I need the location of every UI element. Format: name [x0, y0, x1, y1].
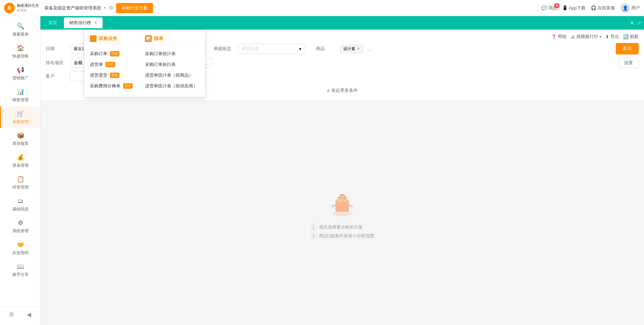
box-icon: 📦: [16, 131, 25, 139]
message-button[interactable]: 💬 消息 9: [541, 5, 557, 11]
online-service-button[interactable]: 🎧 在线客服: [591, 5, 615, 11]
settings-icon[interactable]: ⚙: [109, 5, 113, 11]
top-right: 💬 消息 9 📱 App下载 🎧 在线客服 👤 用户: [541, 3, 640, 13]
sidebar-label-guide: 新手引导: [12, 272, 29, 278]
sidebar-item-nav[interactable]: 🏠 快捷导航: [0, 41, 40, 63]
date-filter-label: 日期: [46, 46, 66, 52]
svg-point-5: [343, 196, 344, 197]
sidebar-item-purchase[interactable]: 🛒 采购管理: [0, 106, 40, 128]
logo-icon: 6: [4, 3, 15, 13]
purchase-order-label: 采购订单: [90, 51, 107, 57]
sidebar-item-system[interactable]: ⚙ 系统管理: [0, 215, 40, 237]
sidebar-item-cooperation[interactable]: 🤝 企业协同: [0, 237, 40, 259]
help-button[interactable]: ❓ 帮助: [551, 34, 567, 40]
gear-icon: ⚙: [16, 219, 25, 227]
sidebar-item-guide[interactable]: 📖 新手引导: [0, 259, 40, 281]
tab-home[interactable]: 首页: [43, 17, 63, 28]
sidebar-label-nav: 快捷导航: [12, 53, 29, 59]
menu-section-report-title: 📊 报表: [145, 35, 198, 44]
tab-sales-rank-label: 销售排行榜: [69, 20, 91, 26]
tip2-text: 用[过滤]条件来缩小分析范围: [319, 233, 374, 239]
export-button[interactable]: ⬆ 导出: [605, 34, 619, 40]
menu-item-incoming-stat-goods[interactable]: 进货单统计表（按商品）: [145, 70, 198, 81]
incoming-stat-goods-label: 进货单统计表（按商品）: [145, 72, 193, 78]
system-title-area: 装备及固定资产辅助管理系统 ▾ ⚙ 体验行业方案: [44, 3, 541, 13]
book-icon: 📖: [16, 262, 25, 271]
menu-item-expense[interactable]: 采购费用分摊单 历史: [90, 81, 137, 91]
user-button[interactable]: 👤 用户: [620, 3, 640, 13]
tab-sales-rank[interactable]: 销售排行榜 ✕: [64, 17, 103, 28]
system-title: 装备及固定资产辅助管理系统: [44, 5, 101, 11]
export-label: 导出: [610, 34, 619, 40]
tab-close-all-button[interactable]: ✕: [630, 20, 634, 26]
sidebar-bottom: ⚙ ◀: [0, 307, 40, 322]
sidebar-label-operations: 经营管理: [12, 185, 29, 190]
app-download-label: App下载: [569, 5, 585, 11]
tab-close-icon[interactable]: ✕: [94, 21, 97, 25]
clipboard-icon: 📋: [16, 175, 25, 183]
menu-section-report: 📊 报表 采购订单统计表 采购订单执行表 进货单统计表（按商品） 进货单统计表（…: [145, 35, 198, 91]
sidebar-settings-icon[interactable]: ⚙: [9, 311, 14, 318]
return-label: 进货退货: [90, 72, 107, 78]
expense-history-badge: 历史: [123, 83, 133, 89]
app-download-button[interactable]: 📱 App下载: [562, 5, 585, 11]
sidebar-label-sales: 销售管理: [12, 97, 29, 103]
dropdown-menu: 🛒 采购业务 采购订单 历史 进货单 历史 进货退货 历史: [84, 30, 205, 97]
sidebar-label-inventory: 库存核算: [12, 141, 29, 147]
sidebar-item-marketing[interactable]: 📢 营销推广: [0, 63, 40, 84]
rank-label: 排名项目: [46, 60, 66, 66]
logo-text: 畅捷通好生意 标准版: [17, 3, 39, 12]
goods-more-dots[interactable]: ...: [367, 46, 371, 51]
export-icon: ⬆: [605, 34, 609, 39]
sidebar-label-search: 搜索菜单: [12, 32, 29, 37]
avatar: 👤: [620, 3, 630, 13]
svg-line-8: [349, 205, 352, 207]
sidebar-item-operations[interactable]: 📋 经营管理: [0, 172, 40, 194]
expense-label: 采购费用分摊单: [90, 83, 120, 89]
svg-line-7: [332, 205, 335, 207]
menu-item-purchase-order[interactable]: 采购订单 历史: [90, 48, 137, 59]
sidebar-item-sales[interactable]: 📊 销售管理: [0, 84, 40, 106]
svg-rect-1: [335, 200, 349, 212]
report-section-label: 报表: [154, 36, 163, 42]
menu-item-return[interactable]: 进货退货 历史: [90, 70, 137, 81]
content-area: 首页 销售排行榜 ✕ ✕ ⤢ ❓ 帮助: [40, 16, 644, 325]
sidebar-collapse-icon[interactable]: ◀: [27, 311, 31, 318]
menu-item-incoming-stat-supplier[interactable]: 进货单统计表（按供应商）: [145, 81, 198, 91]
query-button[interactable]: 查询: [616, 43, 639, 54]
sidebar-label-system: 系统管理: [12, 228, 29, 234]
print-button[interactable]: 🖨 按模板打印 ▾: [571, 34, 601, 40]
menu-item-purchase-order-exec[interactable]: 采购订单执行表: [145, 59, 198, 70]
tab-expand-button[interactable]: ⤢: [637, 20, 641, 26]
sidebar-label-basic: 基础信息: [12, 206, 29, 212]
cart-icon: 🛒: [16, 110, 25, 118]
settings-button[interactable]: 设置: [618, 58, 639, 68]
incoming-stat-supplier-label: 进货单统计表（按供应商）: [145, 83, 198, 89]
goods-tag-close-icon[interactable]: ✕: [357, 46, 360, 51]
refresh-button[interactable]: 🔄 刷新: [623, 34, 639, 40]
trial-button[interactable]: 体验行业方案: [116, 3, 153, 13]
rank-value: 金额: [74, 60, 82, 66]
sidebar-item-inventory[interactable]: 📦 库存核算: [0, 128, 40, 150]
sidebar-item-search[interactable]: 🔍 搜索菜单: [0, 19, 40, 41]
doc-status-label: 单据状态: [214, 46, 234, 52]
purchase-section-label: 采购业务: [99, 36, 117, 42]
menu-item-incoming[interactable]: 进货单 历史: [90, 59, 137, 70]
help-icon: ❓: [551, 34, 557, 39]
goods-tag: 设计素 ✕: [340, 45, 363, 53]
salesperson-dots: ...: [205, 60, 209, 66]
dropdown-arrow-icon[interactable]: ▾: [104, 6, 106, 10]
sidebar-item-finance[interactable]: 💰 资金管理: [0, 150, 40, 172]
logo-area: 6 畅捷通好生意 标准版: [4, 3, 44, 13]
purchase-order-history-badge: 历史: [110, 51, 119, 56]
doc-status-select[interactable]: 单据状态 ▾: [238, 44, 305, 54]
doc-status-arrow-icon: ▾: [299, 46, 301, 51]
refresh-icon: 🔄: [623, 34, 629, 39]
money-icon: 💰: [16, 153, 25, 161]
logo-line2: 标准版: [17, 8, 39, 13]
sidebar-item-basic[interactable]: 🗂 基础信息: [0, 194, 40, 215]
user-label: 用户: [631, 5, 640, 11]
menu-item-purchase-order-stat[interactable]: 采购订单统计表: [145, 48, 198, 59]
return-history-badge: 历史: [110, 73, 119, 78]
sidebar-label-marketing: 营销推广: [12, 75, 29, 81]
